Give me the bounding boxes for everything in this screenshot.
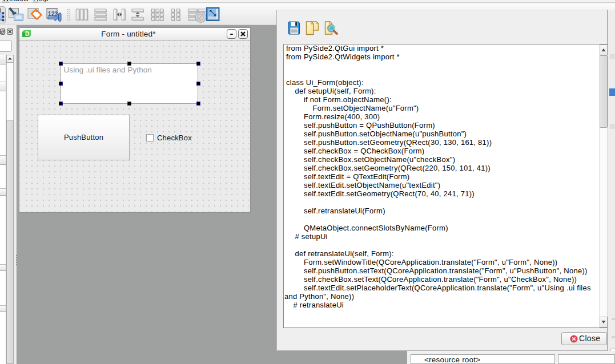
svg-text:123: 123 [48, 10, 58, 17]
